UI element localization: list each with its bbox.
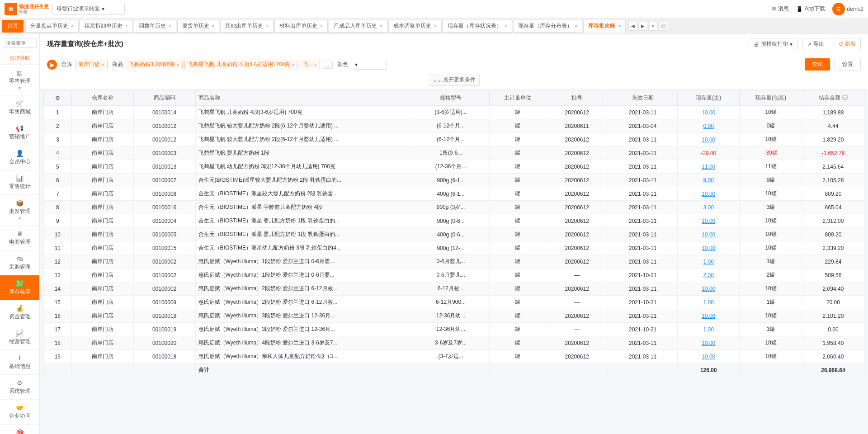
sidebar-item-retail-stats[interactable]: 📊 零售统计 <box>0 170 39 195</box>
tab-home[interactable]: 首页 <box>2 20 24 33</box>
tab-close-10[interactable]: × <box>575 24 578 28</box>
cell-qty-6[interactable]: 10.00 <box>678 187 740 201</box>
user-area[interactable]: E demo2 <box>832 3 863 15</box>
color-dropdown[interactable]: ▾ <box>351 60 387 70</box>
cell-idx-1: 2 <box>44 119 72 133</box>
sidebar-item-finance[interactable]: 💰 资金管理 <box>0 300 39 325</box>
cell-store-7: 南岸门店 <box>71 201 133 214</box>
sidebar-item-retail-mgmt[interactable]: ▦ 零售管理 ▼ <box>0 65 39 95</box>
tab-maximize-btn[interactable]: ⬜ <box>658 22 667 31</box>
tab-close-11[interactable]: × <box>618 24 621 28</box>
cell-qty-16[interactable]: 1.00 <box>678 323 740 336</box>
goods-tag-more[interactable]: 飞... × <box>300 60 320 69</box>
sidebar-item-retail-shop[interactable]: 🛒 零售商城 <box>0 95 39 120</box>
cell-qty-15[interactable]: 10.00 <box>678 309 740 323</box>
sidebar-item-guide[interactable]: 🎯 新手引导 <box>0 425 39 434</box>
cell-qty-8[interactable]: 10.00 <box>678 214 740 228</box>
tab-3[interactable]: 调拨单历史 × <box>134 20 176 33</box>
goods-tag-more-remove[interactable]: × <box>314 62 317 67</box>
tab-next-btn[interactable]: ▶ <box>638 22 647 31</box>
sidebar-item-system[interactable]: ⚙ 系统管理 <box>0 375 39 400</box>
tab-close-1[interactable]: × <box>71 24 74 28</box>
tab-4[interactable]: 要货单历史 × <box>177 20 220 33</box>
table-row: 13 南岸门店 00100002 惠氏启赋（Wyeth illuma）1段奶粉 … <box>44 269 864 282</box>
tab-close-6[interactable]: × <box>320 24 323 28</box>
tab-5[interactable]: 其他出库单历史 × <box>220 20 274 33</box>
expand-conditions-btn[interactable]: ⌄⌄ 展开更多条件 <box>429 74 480 86</box>
message-btn[interactable]: ✉ 消息 <box>772 5 789 13</box>
cell-qty-0[interactable]: 10.00 <box>678 106 740 119</box>
cell-qty-2[interactable]: 10.00 <box>678 133 740 146</box>
cell-idx-10: 11 <box>44 241 72 255</box>
cell-code-13: 00100002 <box>133 282 195 296</box>
footer-label: 合计 <box>195 363 412 377</box>
tab-close-2[interactable]: × <box>125 24 128 28</box>
quick-nav[interactable]: 快捷导航 <box>0 52 39 65</box>
sidebar-item-marketing[interactable]: 📢 营销推广 <box>0 120 39 145</box>
template-print-btn[interactable]: 🖨 按模板打印 ▾ <box>749 38 797 50</box>
cell-qty-14[interactable]: 1.00 <box>678 296 740 309</box>
refresh-btn[interactable]: ↺ 刷新 <box>834 38 861 50</box>
cell-qty-11[interactable]: 1.00 <box>678 255 740 269</box>
cell-qty-1[interactable]: 0.00 <box>678 119 740 133</box>
sidebar-item-ecommerce[interactable]: 🖥 电商管理 <box>0 226 39 250</box>
cell-qtypack-1: 0罐 <box>740 119 802 133</box>
cell-qty-4[interactable]: 11.00 <box>678 160 740 174</box>
tab-close-9[interactable]: × <box>505 24 507 28</box>
cell-batch-2: 20200612 <box>546 133 608 146</box>
tab-close-4[interactable]: × <box>212 24 215 28</box>
tab-6[interactable]: 材料出库单历史 × <box>274 20 328 33</box>
sidebar-item-enterprise[interactable]: 🤝 企业协同 <box>0 400 39 425</box>
cell-expire-8: 2021-03-11 <box>608 214 678 228</box>
tab-8[interactable]: 成本调整单历史 × <box>388 20 442 33</box>
warehouse-tag-remove[interactable]: × <box>101 62 104 67</box>
filter-toggle-btn[interactable]: ▶ <box>47 60 57 70</box>
sidebar-item-label-system: 系统管理 <box>9 388 31 395</box>
goods-tag-2[interactable]: 飞鹤星飞帆 儿童奶粉 4段(3-6岁适用) 700克 × <box>184 60 298 69</box>
app-download-btn[interactable]: 📱 App下载 <box>796 5 825 13</box>
goods-tag-1[interactable]: 飞鹤奶粉3段四罐装 × <box>126 60 183 69</box>
cell-qty-9[interactable]: 10.00 <box>678 228 740 241</box>
sidebar-item-purchase[interactable]: 🛍 采购管理 <box>0 250 39 275</box>
cell-qty-18[interactable]: 10.00 <box>678 350 740 363</box>
tab-close-5[interactable]: × <box>266 24 269 28</box>
company-selector[interactable]: 母婴行业演示账套 ▾ <box>52 3 125 15</box>
tab-close-3[interactable]: × <box>169 24 171 28</box>
th-code: 商品编码 <box>133 90 195 106</box>
goods-tag-2-remove[interactable]: × <box>292 62 295 67</box>
tab-close-8[interactable]: × <box>434 24 437 28</box>
tab-11[interactable]: 库存批次账 × <box>583 20 626 33</box>
search-input[interactable] <box>3 38 37 48</box>
cell-qty-5[interactable]: 9.00 <box>678 174 740 187</box>
tab-2[interactable]: 组装拆卸单历史 × <box>80 20 133 33</box>
cell-spec-10: 900g (12-... <box>412 241 490 255</box>
cell-amount-14: 20.00 <box>802 296 864 309</box>
sidebar-item-biz-mgmt[interactable]: 📈 经营管理 <box>0 325 39 350</box>
cell-qty-12[interactable]: 2.00 <box>678 269 740 282</box>
sidebar-item-basic-info[interactable]: ℹ 基础信息 <box>0 350 39 375</box>
cell-batch-12: — <box>546 269 608 282</box>
th-gear[interactable]: ⚙ <box>44 90 72 106</box>
cell-qty-17[interactable]: 10.00 <box>678 336 740 350</box>
tab-10[interactable]: 现存量（库存分布表） × <box>513 20 583 33</box>
sidebar-item-wholesale[interactable]: 📦 批发管理 ▼ <box>0 195 39 226</box>
inventory-icon: 💹 <box>16 280 24 287</box>
cell-qtypack-9: 10罐 <box>740 228 802 241</box>
cell-qty-10[interactable]: 10.00 <box>678 241 740 255</box>
cell-qty-7[interactable]: 3.00 <box>678 201 740 214</box>
sidebar-item-member[interactable]: 👤 会员中心 <box>0 145 39 170</box>
query-btn[interactable]: 查询 <box>805 58 830 71</box>
warehouse-tag[interactable]: 南岸门店 × <box>75 60 108 69</box>
cell-qty-13[interactable]: 10.00 <box>678 282 740 296</box>
export-btn[interactable]: ↗ 导出 <box>802 38 829 50</box>
tab-close-7[interactable]: × <box>380 24 382 28</box>
tab-7[interactable]: 产成品入库单历史 × <box>329 20 387 33</box>
tab-prev-btn[interactable]: ◀ <box>628 22 637 31</box>
tab-close-all-btn[interactable]: × <box>648 22 657 31</box>
settings-btn[interactable]: 设置 <box>835 58 861 71</box>
tab-9[interactable]: 现存量（库存状况表） × <box>443 20 512 33</box>
cell-spec-1: (6-12个月... <box>412 119 490 133</box>
sidebar-item-inventory[interactable]: 💹 库存核算 <box>0 275 39 300</box>
tab-1[interactable]: 分量盘点单历史 × <box>25 20 79 33</box>
goods-tag-1-remove[interactable]: × <box>176 62 179 67</box>
